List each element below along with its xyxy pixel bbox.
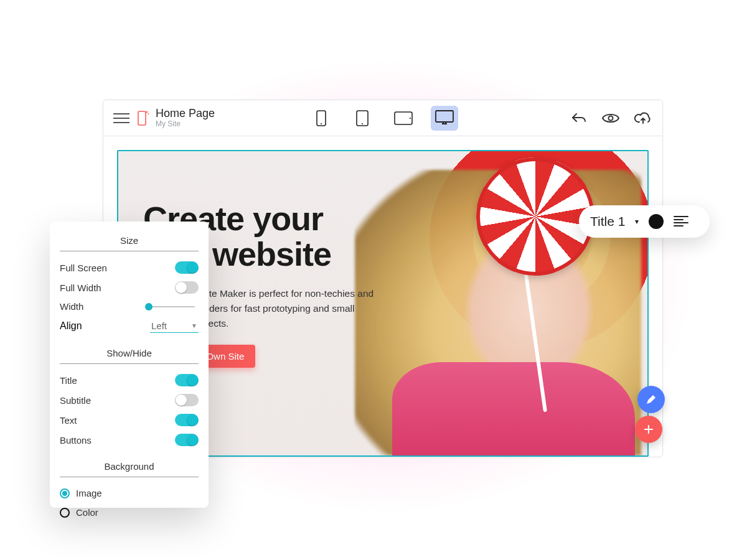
align-row: Align Left ▼ (60, 315, 199, 337)
text-toggle-label: Text (60, 415, 77, 426)
full-screen-row: Full Screen (60, 258, 199, 278)
subtitle-toggle-row: Subtitle (60, 390, 199, 410)
publish-cloud-icon[interactable] (634, 111, 652, 126)
slider-thumb[interactable] (145, 303, 153, 310)
topbar-actions (570, 111, 652, 126)
background-color-label: Color (76, 507, 98, 518)
background-color-radio[interactable]: Color (60, 503, 199, 522)
full-width-row: Full Width (60, 278, 199, 297)
radio-selected-icon (60, 488, 70, 498)
subtitle-toggle[interactable] (175, 394, 199, 406)
text-toggle[interactable] (175, 414, 199, 426)
site-name: My Site (156, 120, 215, 129)
text-style-popover: Title 1 ▾ (579, 205, 710, 238)
background-image-label: Image (76, 488, 102, 498)
svg-point-8 (410, 117, 411, 118)
page-title-block: Home Page My Site (156, 107, 215, 128)
title-toggle[interactable] (175, 374, 199, 386)
menu-icon[interactable] (113, 110, 129, 126)
width-label: Width (60, 301, 83, 312)
full-width-toggle[interactable] (175, 281, 199, 294)
width-slider[interactable] (145, 306, 195, 307)
align-label: Align (60, 320, 82, 332)
hero-image-sweater (392, 362, 635, 455)
topbar: Home Page My Site (103, 100, 662, 136)
align-left-icon[interactable] (674, 215, 688, 228)
svg-point-10 (609, 116, 613, 120)
buttons-toggle-label: Buttons (60, 435, 92, 446)
align-select[interactable]: Left ▼ (150, 319, 199, 333)
color-swatch[interactable] (649, 214, 664, 229)
chevron-down-icon: ▼ (191, 322, 197, 329)
buttons-toggle-row: Buttons (60, 430, 199, 450)
title-toggle-label: Title (60, 375, 77, 386)
svg-point-2 (148, 113, 149, 114)
section-title-size: Size (60, 230, 199, 251)
device-tablet-portrait-icon[interactable] (349, 106, 376, 131)
section-title-showhide: Show/Hide (60, 343, 199, 364)
block-settings-panel: Size Full Screen Full Width Width Align … (50, 222, 209, 508)
device-tablet-landscape-icon[interactable] (390, 106, 417, 131)
svg-point-1 (146, 111, 148, 113)
background-image-radio[interactable]: Image (60, 483, 199, 503)
page-title: Home Page (156, 107, 215, 120)
full-width-label: Full Width (60, 282, 101, 293)
device-desktop-icon[interactable] (431, 106, 458, 131)
edit-block-fab[interactable] (637, 386, 665, 413)
preview-eye-icon[interactable] (601, 111, 620, 125)
full-screen-toggle[interactable] (175, 261, 199, 274)
width-row: Width (60, 297, 199, 315)
undo-icon[interactable] (570, 111, 588, 126)
add-block-fab[interactable]: + (635, 416, 662, 443)
radio-unselected-icon (60, 508, 70, 518)
full-screen-label: Full Screen (60, 263, 107, 273)
heading-style-select[interactable]: Title 1 (590, 214, 625, 229)
device-preview-group (308, 106, 458, 131)
subtitle-toggle-label: Subtitle (60, 395, 91, 406)
svg-rect-0 (138, 111, 146, 125)
svg-rect-9 (436, 111, 453, 122)
buttons-toggle[interactable] (175, 434, 199, 446)
section-title-background: Background (60, 456, 199, 477)
title-toggle-row: Title (60, 370, 199, 390)
svg-point-6 (362, 123, 363, 124)
svg-point-4 (321, 123, 322, 124)
text-toggle-row: Text (60, 410, 199, 430)
svg-rect-7 (395, 112, 412, 124)
device-phone-icon[interactable] (308, 106, 335, 131)
hero-image-lollipop (476, 157, 594, 276)
app-logo-icon (137, 110, 149, 127)
chevron-down-icon[interactable]: ▾ (635, 217, 639, 226)
align-value: Left (151, 320, 167, 331)
